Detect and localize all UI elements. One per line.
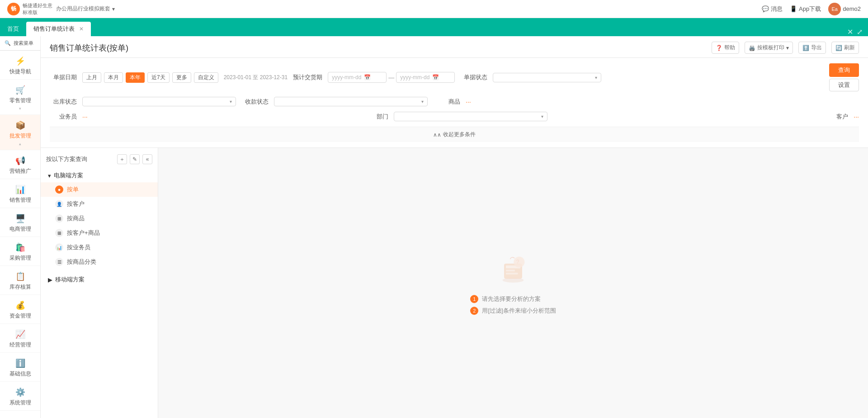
date-label: 单据日期 xyxy=(50,73,77,81)
edit-scheme-button[interactable]: ✎ xyxy=(130,154,140,164)
goods-more-icon[interactable]: ··· xyxy=(466,98,471,105)
expected-date-end[interactable]: yyyy-mm-dd 📅 xyxy=(396,72,455,83)
top-bar-right: 💬 消息 📱 App下载 Ea demo2 xyxy=(762,3,861,15)
add-scheme-button[interactable]: ＋ xyxy=(117,154,127,164)
scheme-item-by-category[interactable]: ☰ 按商品分类 xyxy=(41,255,158,269)
sidebar-item-retail[interactable]: 🛒 零售管理 ▾ xyxy=(0,80,40,115)
window-close-icon[interactable]: ✕ xyxy=(847,28,853,36)
svg-rect-4 xyxy=(506,272,518,274)
sidebar-item-operations[interactable]: 📈 经营管理 xyxy=(0,324,40,353)
expected-date-label: 预计交货期 xyxy=(293,73,322,81)
sidebar-item-marketing[interactable]: 📢 营销推广 xyxy=(0,150,40,179)
collapse-bar[interactable]: ∧∧ 收起更多条件 xyxy=(50,127,859,142)
status-select[interactable]: ▾ xyxy=(493,73,601,82)
operations-icon: 📈 xyxy=(15,329,25,339)
page-header: 销售订单统计表(按单) ❓ 帮助 🖨️ 按模板打印 ▾ ⬆️ 导出 🔄 刷新 xyxy=(41,36,868,58)
scheme-item-by-salesman[interactable]: 📊 按业务员 xyxy=(41,240,158,255)
chevron-down-icon: ▾ xyxy=(230,99,232,104)
tab-home[interactable]: 首页 xyxy=(0,22,26,36)
scheme-item-by-customer[interactable]: 👤 按客户 xyxy=(41,197,158,211)
sidebar-item-search[interactable]: 🔍 搜索菜单 xyxy=(0,36,40,51)
expected-date-input-group: yyyy-mm-dd 📅 — yyyy-mm-dd 📅 xyxy=(328,72,455,83)
date-btn-last-month[interactable]: 上月 xyxy=(82,72,101,83)
scheme-icon-cust-goods: ⊞ xyxy=(55,229,63,237)
chevron-right-icon: ▶ xyxy=(48,276,52,283)
purchase-icon: 🛍️ xyxy=(15,242,25,252)
settings-icon: ⚙️ xyxy=(15,387,25,397)
expected-date-start[interactable]: yyyy-mm-dd 📅 xyxy=(328,72,387,83)
tip-num-2: 2 xyxy=(470,307,478,315)
scheme-icon-order: ● xyxy=(55,185,63,194)
search-icon: 🔍 xyxy=(5,40,11,46)
scheme-section-mobile-title[interactable]: ▶ 移动端方案 xyxy=(41,273,158,286)
tip-num-1: 1 xyxy=(470,295,478,303)
refresh-icon: 🔄 xyxy=(835,45,842,51)
help-button[interactable]: ❓ 帮助 xyxy=(712,42,739,54)
date-btn-this-month[interactable]: 本月 xyxy=(104,72,123,83)
action-buttons: 查询 设置 xyxy=(829,63,859,91)
date-dash: — xyxy=(388,74,394,81)
collapse-panel-button[interactable]: « xyxy=(142,154,152,164)
scheme-section-mobile: ▶ 移动端方案 xyxy=(41,271,158,288)
collapse-icon: ∧∧ xyxy=(433,132,441,138)
print-button[interactable]: 🖨️ 按模板打印 ▾ xyxy=(745,42,793,54)
scheme-section-pc-title[interactable]: ▾ 电脑端方案 xyxy=(41,169,158,182)
customer-more-icon[interactable]: ··· xyxy=(854,113,859,120)
marketing-icon: 📢 xyxy=(15,156,25,166)
sidebar-item-quick-nav[interactable]: ⚡ 快捷导航 xyxy=(0,51,40,80)
sales-icon: 📊 xyxy=(15,185,25,195)
sidebar-item-sales[interactable]: 📊 销售管理 xyxy=(0,179,40,208)
chevron-down-icon: ▾ xyxy=(541,114,543,119)
search-button[interactable]: 查询 xyxy=(829,63,859,77)
window-expand-icon[interactable]: ⤢ xyxy=(857,28,863,36)
tab-close-icon[interactable]: ✕ xyxy=(79,26,84,32)
app-download-button[interactable]: 📱 App下载 xyxy=(790,5,821,13)
breadcrumb: 办公用品行业模拟账套 ▾ xyxy=(56,5,115,13)
user-area[interactable]: Ea demo2 xyxy=(828,3,861,15)
date-btn-more[interactable]: 更多 xyxy=(172,72,191,83)
scheme-icon-category: ☰ xyxy=(55,258,63,266)
refresh-button[interactable]: 🔄 刷新 xyxy=(831,42,859,54)
export-icon: ⬆️ xyxy=(802,45,809,51)
scheme-item-by-customer-goods[interactable]: ⊞ 按客户+商品 xyxy=(41,226,158,240)
empty-state: ? 1 请先选择要分析的方案 2 用[过滤]条件来缩小分析范围 xyxy=(470,252,556,315)
sidebar-item-ecommerce[interactable]: 🖥️ 电商管理 xyxy=(0,208,40,237)
chevron-down-icon: ▾ xyxy=(595,75,597,80)
status-label: 单据状态 xyxy=(460,73,487,81)
chevron-down-icon: ▾ xyxy=(421,99,424,104)
sidebar-item-inventory[interactable]: 📋 库存核算 xyxy=(0,266,40,295)
collab-icon: 🤝 xyxy=(15,416,25,418)
sidebar-item-finance[interactable]: 💰 资金管理 xyxy=(0,295,40,324)
sidebar-item-basic-info[interactable]: ℹ️ 基础信息 xyxy=(0,353,40,382)
chevron-down-icon[interactable]: ▾ xyxy=(112,6,115,12)
date-btn-custom[interactable]: 自定义 xyxy=(194,72,218,83)
panel-toolbar: 按以下方案查询 ＋ ✎ « xyxy=(41,152,158,167)
chevron-down-icon: ▾ xyxy=(48,172,51,179)
scheme-item-by-goods[interactable]: ⊞ 按商品 xyxy=(41,211,158,226)
download-icon: 📱 xyxy=(790,5,797,12)
sidebar-item-purchase[interactable]: 🛍️ 采购管理 xyxy=(0,237,40,266)
settings-button[interactable]: 设置 xyxy=(829,79,859,91)
scheme-icon-goods: ⊞ xyxy=(55,214,63,223)
help-icon: ❓ xyxy=(716,45,722,51)
date-btn-this-year[interactable]: 本年 xyxy=(126,72,145,83)
pay-status-select[interactable]: ▾ xyxy=(274,97,428,106)
dept-select[interactable]: ▾ xyxy=(394,112,547,121)
retail-icon: 🛒 xyxy=(15,85,25,95)
date-btn-7days[interactable]: 近7天 xyxy=(147,72,170,83)
top-bar-left: 畅 畅捷通好生意 标准版 办公用品行业模拟账套 ▾ xyxy=(7,2,115,15)
sidebar-item-wholesale[interactable]: 📦 批发管理 ▴ xyxy=(0,115,40,150)
scheme-item-by-order[interactable]: ● 按单 xyxy=(41,182,158,197)
message-button[interactable]: 💬 消息 xyxy=(762,5,783,13)
wholesale-icon: 📦 xyxy=(15,120,25,130)
message-icon: 💬 xyxy=(762,5,769,12)
empty-tip-1: 1 请先选择要分析的方案 xyxy=(470,295,556,303)
tab-sales-stats[interactable]: 销售订单统计表 ✕ xyxy=(26,22,91,36)
logo-area: 畅 畅捷通好生意 标准版 xyxy=(7,2,52,15)
sidebar-item-collab[interactable]: 🤝 企业协同 xyxy=(0,411,40,418)
filter-row-2: 出库状态 ▾ 收款状态 ▾ 商品 ··· xyxy=(50,97,859,106)
salesman-more-icon[interactable]: ··· xyxy=(82,113,88,120)
export-button[interactable]: ⬆️ 导出 xyxy=(798,42,826,54)
sidebar-item-system[interactable]: ⚙️ 系统管理 xyxy=(0,382,40,411)
out-status-select[interactable]: ▾ xyxy=(82,97,236,106)
